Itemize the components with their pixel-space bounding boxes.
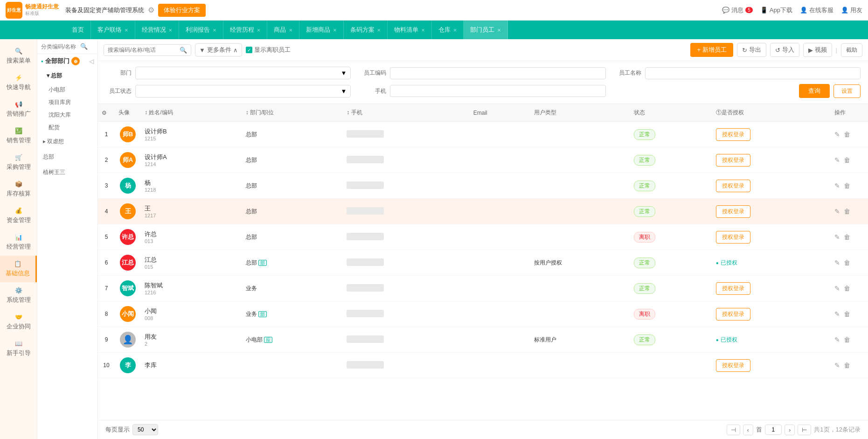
auth-login-btn[interactable]: 授权登录: [716, 128, 750, 141]
close-icon[interactable]: ×: [257, 27, 261, 34]
close-icon[interactable]: ×: [377, 27, 381, 34]
empcode-input[interactable]: [390, 67, 605, 79]
edit-icon[interactable]: ✎: [834, 336, 840, 343]
dept-search-icon[interactable]: 🔍: [80, 43, 88, 50]
import-btn[interactable]: ↺ 导入: [770, 43, 799, 57]
edit-icon[interactable]: ✎: [834, 362, 840, 369]
sidebar-item-purchase[interactable]: 🛒 采购管理: [0, 149, 37, 176]
delete-icon[interactable]: 🗑: [844, 208, 850, 215]
tab-add-goods[interactable]: 新增商品 ×: [299, 21, 344, 39]
row-auth[interactable]: 授权登录: [712, 224, 831, 250]
show-departed-toggle[interactable]: ✓ 显示离职员工: [246, 46, 291, 54]
next-page-btn[interactable]: ›: [785, 425, 795, 435]
row-auth[interactable]: 授权登录: [712, 173, 831, 199]
sidebar-item-inventory[interactable]: 📦 库存核算: [0, 176, 37, 202]
tab-dept-staff[interactable]: 部门员工 ×: [464, 21, 508, 39]
sidebar-item-mgmt[interactable]: 📊 经营管理: [0, 229, 37, 256]
close-icon[interactable]: ×: [333, 27, 337, 34]
auth-login-btn[interactable]: 授权登录: [716, 308, 750, 321]
tab-operation[interactable]: 经营情况 ×: [135, 21, 180, 39]
row-auth[interactable]: 授权登录: [712, 147, 831, 173]
sidebar-item-collab[interactable]: 🤝 企业协同: [0, 309, 37, 335]
tab-profit[interactable]: 利润报告 ×: [179, 21, 223, 39]
sidebar-item-sales[interactable]: 💹 销售管理: [0, 123, 37, 149]
delete-icon[interactable]: 🗑: [844, 131, 850, 138]
dept-xiaodian[interactable]: 小电部: [41, 84, 97, 96]
auth-login-btn[interactable]: 授权登录: [716, 359, 750, 372]
close-icon[interactable]: ×: [125, 27, 128, 34]
app-download-btn[interactable]: 📱 App下载: [760, 6, 792, 14]
col-settings[interactable]: ⚙: [98, 104, 115, 122]
delete-icon[interactable]: 🗑: [844, 310, 850, 318]
edit-icon[interactable]: ✎: [834, 285, 840, 292]
view-btn[interactable]: ▶ 视频: [803, 43, 832, 57]
help-btn[interactable]: 截助: [841, 43, 862, 57]
sidebar-item-marketing[interactable]: 📢 营销推广: [0, 96, 37, 123]
sidebar-item-search[interactable]: 🔍 搜索菜单: [0, 43, 37, 70]
dept-project[interactable]: 项目库房: [41, 96, 97, 109]
add-employee-btn[interactable]: + 新增员工: [690, 43, 733, 57]
auth-login-btn[interactable]: 授权登录: [716, 154, 750, 167]
edit-icon[interactable]: ✎: [834, 233, 840, 241]
service-btn[interactable]: 👤 在线客服: [800, 6, 833, 14]
close-icon[interactable]: ×: [213, 27, 216, 34]
dept-distribution[interactable]: 配货: [41, 121, 97, 134]
row-auth[interactable]: 授权登录: [712, 122, 831, 147]
last-page-btn[interactable]: ⊢: [798, 425, 811, 435]
edit-icon[interactable]: ✎: [834, 208, 840, 215]
dept-general[interactable]: ▾ 总部: [41, 68, 97, 84]
row-auth[interactable]: 授权登录: [712, 199, 831, 224]
sidebar-item-system[interactable]: ⚙️ 系统管理: [0, 282, 37, 309]
try-btn[interactable]: 体验行业方案: [158, 4, 206, 17]
dept-zhishuwang[interactable]: 植树王三: [37, 165, 97, 180]
delete-icon[interactable]: 🗑: [844, 362, 850, 369]
delete-icon[interactable]: 🗑: [844, 156, 850, 164]
edit-icon[interactable]: ✎: [834, 310, 840, 318]
first-page-btn[interactable]: ⊣: [727, 425, 740, 435]
tab-home[interactable]: 首页: [65, 21, 91, 39]
all-dept-label[interactable]: ▪ 全部部门 ⊕ ◁: [37, 54, 97, 68]
tab-barcode[interactable]: 条码方案 ×: [344, 21, 388, 39]
sidebar-item-finance[interactable]: 💰 资金管理: [0, 202, 37, 229]
close-icon[interactable]: ×: [421, 27, 425, 34]
delete-icon[interactable]: 🗑: [844, 182, 850, 189]
tab-history[interactable]: 经营历程 ×: [223, 21, 268, 39]
tab-customer[interactable]: 客户联络 ×: [91, 21, 135, 39]
auth-login-btn[interactable]: 授权登录: [716, 231, 750, 244]
auth-login-btn[interactable]: 授权登录: [716, 205, 750, 218]
dept-select[interactable]: ▼: [135, 67, 351, 79]
tab-warehouse[interactable]: 仓库 ×: [432, 21, 464, 39]
prev-page-btn[interactable]: ‹: [743, 425, 753, 435]
collapse-btn[interactable]: ◁: [89, 58, 94, 65]
dept-general2[interactable]: 总部: [37, 149, 97, 165]
dept-search-input[interactable]: [41, 43, 78, 50]
row-auth[interactable]: 授权登录: [712, 276, 831, 301]
tab-bom[interactable]: 物料清单 ×: [388, 21, 432, 39]
delete-icon[interactable]: 🗑: [844, 336, 850, 343]
search-input[interactable]: [108, 47, 178, 53]
page-input[interactable]: [765, 425, 782, 435]
col-dept[interactable]: ↕ 部门/职位: [242, 104, 343, 122]
close-icon[interactable]: ×: [497, 27, 501, 34]
col-name[interactable]: ↕ 姓名/编码: [141, 104, 242, 122]
tab-goods[interactable]: 商品 ×: [267, 21, 299, 39]
more-filter-btn[interactable]: ▼ 更多条件 ∧: [195, 43, 242, 56]
export-btn[interactable]: ↻ 导出: [737, 43, 766, 57]
edit-icon[interactable]: ✎: [834, 182, 840, 189]
gear-icon[interactable]: ⚙: [148, 6, 154, 14]
search-icon[interactable]: 🔍: [180, 47, 187, 54]
col-phone[interactable]: ↕ 手机: [343, 104, 469, 122]
sidebar-item-quicknav[interactable]: ⚡ 快速导航: [0, 70, 37, 96]
empname-input[interactable]: [645, 67, 861, 79]
edit-icon[interactable]: ✎: [834, 259, 840, 266]
message-btn[interactable]: 💬 消息 5: [722, 6, 753, 14]
delete-icon[interactable]: 🗑: [844, 259, 850, 266]
user-btn[interactable]: 👤 用友: [841, 6, 862, 14]
row-auth[interactable]: 授权登录: [712, 353, 831, 378]
edit-icon[interactable]: ✎: [834, 131, 840, 138]
close-icon[interactable]: ×: [169, 27, 173, 34]
empstatus-select[interactable]: ▼: [135, 85, 351, 98]
page-size-select[interactable]: 50 100: [132, 424, 158, 435]
close-icon[interactable]: ×: [453, 27, 457, 34]
sidebar-item-basic[interactable]: 📋 基础信息: [0, 256, 37, 282]
